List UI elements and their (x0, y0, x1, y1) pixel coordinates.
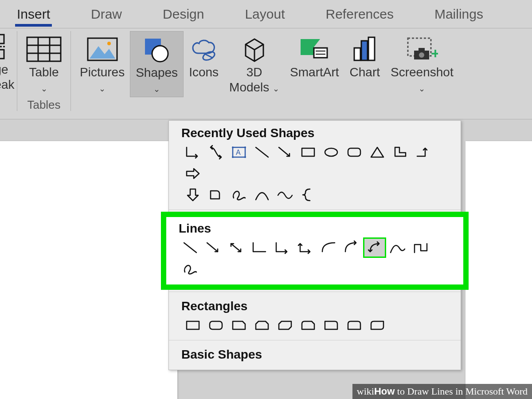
svg-point-27 (244, 146, 246, 148)
shape-textbox[interactable]: A (227, 142, 250, 162)
shapes-dropdown-panel: Recently Used Shapes A Lines Rectangles … (168, 120, 461, 370)
separator (169, 340, 461, 340)
shape-rounded-l[interactable] (204, 185, 227, 205)
shape-wave[interactable] (274, 185, 297, 205)
tab-insert[interactable]: Insert (17, 1, 50, 28)
category-recent-title: Recently Used Shapes (181, 126, 448, 140)
shape-curved[interactable] (317, 237, 340, 258)
shape-line-arrow[interactable] (202, 237, 225, 258)
shape-curved-connector[interactable] (204, 142, 227, 162)
pagebreak-label-1: ge (0, 63, 8, 76)
document-page (0, 141, 177, 399)
shape-round-single[interactable] (320, 315, 343, 336)
shapes-button[interactable]: Shapes⌄ (130, 31, 184, 97)
category-lines-highlighted: Lines (161, 212, 469, 290)
shape-line[interactable] (250, 142, 274, 162)
table-button[interactable]: Table⌄ (21, 31, 67, 96)
shape-rounded-rectangle[interactable] (343, 142, 366, 162)
svg-marker-43 (233, 321, 245, 329)
wm-rest: to Draw Lines in Microsoft Word (395, 386, 528, 397)
pictures-icon (87, 34, 118, 65)
shape-curved-arrow-double[interactable] (363, 237, 386, 258)
shape-left-brace[interactable] (297, 185, 320, 205)
separator (169, 292, 461, 292)
shape-down-arrow[interactable] (181, 185, 204, 205)
shape-line[interactable] (179, 237, 202, 258)
shape-elbow-arrow-double[interactable] (294, 237, 317, 258)
svg-point-29 (244, 156, 246, 158)
shape-triangle[interactable] (366, 142, 389, 162)
shape-freeform[interactable] (409, 237, 432, 258)
svg-rect-32 (302, 148, 314, 156)
pictures-button[interactable]: Pictures⌄ (74, 31, 130, 96)
shape-oval[interactable] (320, 142, 343, 162)
svg-marker-36 (187, 169, 199, 178)
screenshot-icon: + (406, 34, 438, 65)
shape-scribble[interactable] (179, 259, 202, 279)
shape-rounded-rectangle[interactable] (204, 315, 227, 336)
icons-button[interactable]: Icons (184, 31, 224, 80)
svg-rect-42 (210, 321, 222, 329)
chevron-down-icon: ⌄ (419, 84, 425, 93)
shape-line-arrow[interactable] (274, 142, 297, 162)
shape-snip-single[interactable] (227, 315, 250, 336)
svg-line-39 (207, 243, 218, 252)
svg-point-28 (232, 156, 234, 158)
svg-text:+: + (431, 45, 438, 62)
svg-rect-0 (27, 37, 61, 61)
smartart-button[interactable]: SmartArt (285, 31, 344, 80)
shape-round-diagonal[interactable] (366, 315, 389, 336)
group-caption-tables: Tables (27, 98, 60, 112)
shape-right-arrow[interactable] (181, 163, 204, 184)
svg-point-33 (325, 148, 337, 156)
shape-elbow-arrow[interactable] (271, 237, 294, 258)
svg-rect-21 (419, 48, 425, 51)
shape-scribble[interactable] (227, 185, 250, 205)
shape-curved-arrow[interactable] (340, 237, 363, 258)
chart-label: Chart (350, 65, 380, 80)
separator (17, 31, 17, 111)
screenshot-button[interactable]: + Screenshot⌄ (385, 31, 459, 96)
shape-rectangle[interactable] (181, 315, 204, 336)
shape-elbow[interactable] (248, 237, 271, 258)
page-break-button[interactable]: ge eak (0, 28, 13, 92)
tab-references[interactable]: References (326, 1, 394, 28)
chart-button[interactable]: Chart (344, 31, 385, 80)
shape-elbow-arrow[interactable] (181, 142, 204, 162)
3d-models-button[interactable]: 3D Models ⌄ (224, 31, 285, 96)
shape-curve[interactable] (386, 237, 409, 258)
shape-rectangle[interactable] (297, 142, 320, 162)
svg-rect-13 (314, 48, 327, 58)
chart-icon (352, 34, 378, 65)
shape-snip-same-side[interactable] (250, 315, 274, 336)
svg-text:A: A (236, 149, 241, 156)
svg-marker-35 (371, 147, 383, 157)
tab-layout[interactable]: Layout (245, 1, 285, 28)
chevron-down-icon: ⌄ (41, 84, 47, 93)
screenshot-label: Screenshot (391, 65, 454, 79)
tab-draw[interactable]: Draw (91, 1, 122, 28)
separator (169, 209, 461, 210)
shape-l-shape[interactable] (389, 142, 412, 162)
svg-rect-17 (361, 41, 368, 60)
shape-elbow-arrow2[interactable] (412, 142, 435, 162)
svg-marker-6 (90, 46, 115, 59)
pictures-label: Pictures (80, 65, 125, 79)
chevron-down-icon: ⌄ (99, 84, 106, 93)
svg-rect-34 (348, 148, 360, 156)
shape-arc[interactable] (250, 185, 274, 205)
shape-round-same-side[interactable] (343, 315, 366, 336)
svg-rect-41 (187, 321, 199, 329)
svg-line-11 (205, 54, 212, 58)
tab-mailings[interactable]: Mailings (434, 1, 483, 28)
shape-snip-diagonal[interactable] (274, 315, 297, 336)
tab-design[interactable]: Design (163, 1, 204, 28)
svg-rect-16 (354, 48, 360, 60)
shape-line-arrow-double[interactable] (225, 237, 248, 258)
table-icon (26, 34, 62, 65)
3d-models-label: 3D Models (229, 65, 269, 94)
shape-snip-round[interactable] (297, 315, 320, 336)
svg-marker-45 (279, 321, 291, 329)
svg-rect-18 (368, 37, 375, 60)
pagebreak-label-2: eak (0, 78, 15, 91)
